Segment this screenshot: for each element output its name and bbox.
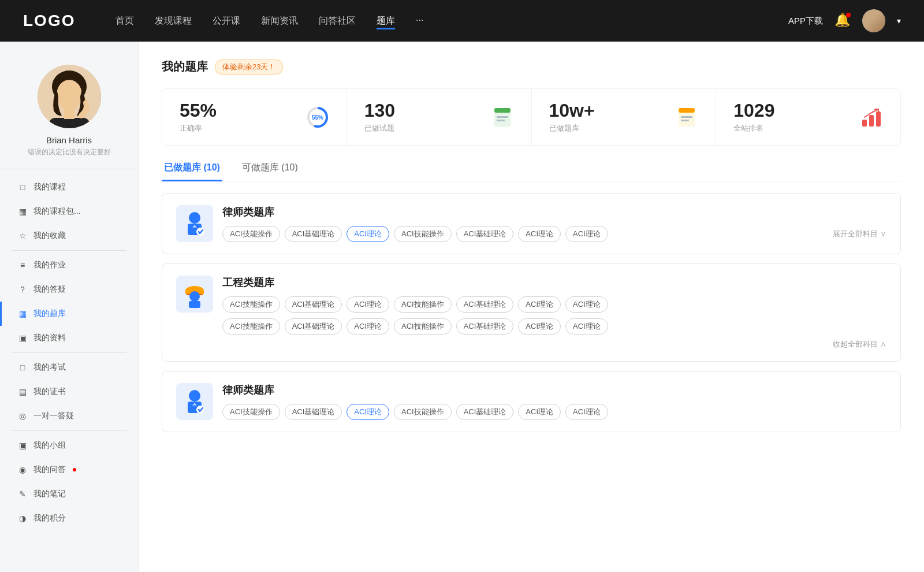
sidebar-item-my-qbank[interactable]: ▦ 我的题库 — [0, 302, 138, 326]
stat-value-done-banks: 10w+ — [549, 101, 666, 121]
tag[interactable]: ACI理论 — [565, 226, 608, 242]
qbank-card-body: 律师类题库 ACI技能操作ACI基础理论ACI理论ACI技能操作ACI基础理论A… — [222, 205, 886, 242]
qbank-title: 律师类题库 — [222, 205, 886, 219]
tag[interactable]: ACI理论 — [346, 404, 389, 420]
sidebar-menu: □ 我的课程 ▦ 我的课程包... ☆ 我的收藏 ≡ 我的作业 ? 我的答疑 ▦… — [0, 175, 138, 530]
tag[interactable]: ACI理论 — [346, 226, 389, 242]
page-header: 我的题库 体验剩余23天！ — [162, 59, 901, 75]
tag[interactable]: ACI技能操作 — [222, 404, 280, 420]
tab-1[interactable]: 可做题库 (10) — [240, 162, 300, 181]
stat-info-accuracy: 55% 正确率 — [180, 101, 297, 133]
done-banks-icon — [675, 106, 698, 129]
notification-bell[interactable]: 🔔 — [834, 13, 851, 29]
tag[interactable]: ACI理论 — [518, 404, 561, 420]
profile-section: Brian Harris 错误的决定比没有决定要好 — [0, 59, 138, 169]
chevron-down-icon[interactable]: ▾ — [897, 16, 901, 25]
accuracy-icon: 55% — [306, 106, 329, 129]
qbank-title: 律师类题库 — [222, 383, 886, 397]
tag[interactable]: ACI技能操作 — [394, 318, 452, 335]
profile-avatar[interactable] — [38, 65, 101, 128]
sidebar-item-my-questions[interactable]: ◉ 我的问答 — [0, 458, 138, 482]
avatar[interactable] — [862, 9, 885, 32]
sidebar-item-my-exam[interactable]: □ 我的考试 — [0, 355, 138, 380]
nav-item-新闻资讯[interactable]: 新闻资讯 — [261, 13, 298, 29]
tag[interactable]: ACI理论 — [565, 296, 608, 313]
nav-item-首页[interactable]: 首页 — [116, 13, 134, 29]
tag[interactable]: ACI技能操作 — [222, 226, 280, 242]
tags-row-2: ACI技能操作ACI基础理论ACI理论ACI技能操作ACI基础理论ACI理论AC… — [222, 318, 886, 335]
sidebar-icon-my-points: ◑ — [17, 513, 28, 523]
tag[interactable]: ACI基础理论 — [285, 318, 342, 335]
stat-info-done-questions: 130 已做试题 — [364, 101, 482, 133]
qbank-title: 工程类题库 — [222, 276, 886, 289]
tag[interactable]: ACI理论 — [518, 296, 561, 313]
sidebar-item-my-homework[interactable]: ≡ 我的作业 — [0, 253, 138, 277]
sidebar-item-my-notes[interactable]: ✎ 我的笔记 — [0, 482, 138, 506]
svg-rect-15 — [681, 120, 689, 121]
sidebar-item-one-on-one[interactable]: ◎ 一对一答疑 — [0, 404, 138, 428]
expand-link[interactable]: 展开全部科目 ∨ — [833, 226, 886, 242]
qbank-card-lawyer-1: 律师类题库 ACI技能操作ACI基础理论ACI理论ACI技能操作ACI基础理论A… — [162, 193, 901, 254]
tag[interactable]: ACI基础理论 — [456, 226, 514, 242]
tag[interactable]: ACI技能操作 — [394, 404, 452, 420]
tag[interactable]: ACI基础理论 — [285, 226, 342, 242]
collapse-link[interactable]: 收起全部科目 ∧ — [222, 339, 886, 350]
svg-rect-4 — [64, 109, 74, 119]
tag[interactable]: ACI技能操作 — [394, 296, 452, 313]
tag[interactable]: ACI技能操作 — [394, 226, 452, 242]
sidebar-icon-my-exam: □ — [17, 362, 28, 373]
sidebar-item-my-group[interactable]: ▣ 我的小组 — [0, 433, 138, 458]
sidebar-item-my-data[interactable]: ▣ 我的资料 — [0, 326, 138, 350]
tag[interactable]: ACI理论 — [346, 318, 389, 335]
nav-item-题库[interactable]: 题库 — [377, 13, 395, 29]
nav-item-发现课程[interactable]: 发现课程 — [155, 13, 192, 29]
sidebar-item-my-cert[interactable]: ▤ 我的证书 — [0, 380, 138, 404]
stat-value-accuracy: 55% — [180, 101, 297, 121]
sidebar-icon-my-cert: ▤ — [17, 387, 28, 397]
tag[interactable]: ACI技能操作 — [222, 318, 280, 335]
sidebar-item-my-collect[interactable]: ☆ 我的收藏 — [0, 224, 138, 248]
lawyer-icon — [181, 388, 208, 415]
tag[interactable]: ACI理论 — [565, 404, 608, 420]
tag[interactable]: ACI理论 — [518, 318, 561, 335]
sidebar-icon-my-collect: ☆ — [17, 231, 28, 241]
tag[interactable]: ACI基础理论 — [285, 404, 342, 420]
lawyer-icon — [181, 210, 208, 237]
stat-label-done-questions: 已做试题 — [364, 123, 482, 133]
tag[interactable]: ACI理论 — [565, 318, 608, 335]
sidebar-label-my-qbank: 我的题库 — [33, 309, 66, 319]
qbank-icon-wrap — [176, 383, 213, 420]
sidebar-divider — [12, 430, 126, 431]
sidebar-label-my-points: 我的积分 — [33, 513, 66, 523]
nav-item-公开课[interactable]: 公开课 — [213, 13, 240, 29]
tag[interactable]: ACI基础理论 — [285, 296, 342, 313]
app-download-link[interactable]: APP下载 — [788, 16, 823, 27]
sidebar-label-my-group: 我的小组 — [33, 440, 66, 451]
tab-0[interactable]: 已做题库 (10) — [162, 162, 222, 181]
sidebar-item-my-course-pack[interactable]: ▦ 我的课程包... — [0, 199, 138, 224]
profile-name: Brian Harris — [46, 135, 92, 145]
tag[interactable]: ACI理论 — [518, 226, 561, 242]
logo[interactable]: LOGO — [23, 12, 81, 30]
sidebar-item-my-qa[interactable]: ? 我的答疑 — [0, 277, 138, 302]
nav-item-问答社区[interactable]: 问答社区 — [319, 13, 356, 29]
stat-card-done-banks: 10w+ 已做题库 — [532, 89, 717, 145]
svg-text:55%: 55% — [312, 114, 323, 121]
tag[interactable]: ACI基础理论 — [456, 296, 514, 313]
nav-item-···[interactable]: ··· — [416, 13, 423, 29]
sidebar-item-my-course[interactable]: □ 我的课程 — [0, 175, 138, 199]
main-container: Brian Harris 错误的决定比没有决定要好 □ 我的课程 ▦ 我的课程包… — [0, 42, 924, 572]
sidebar-label-my-course: 我的课程 — [33, 182, 66, 192]
tag[interactable]: ACI基础理论 — [456, 318, 514, 335]
tag[interactable]: ACI理论 — [346, 296, 389, 313]
sidebar-item-my-points[interactable]: ◑ 我的积分 — [0, 506, 138, 530]
sidebar-label-one-on-one: 一对一答疑 — [33, 411, 74, 421]
tags-row: ACI技能操作ACI基础理论ACI理论ACI技能操作ACI基础理论ACI理论AC… — [222, 226, 886, 242]
svg-rect-27 — [189, 301, 200, 308]
sidebar-icon-my-questions: ◉ — [17, 465, 28, 475]
tag[interactable]: ACI基础理论 — [456, 404, 514, 420]
sidebar-label-my-homework: 我的作业 — [33, 260, 66, 270]
qbank-card-body: 律师类题库 ACI技能操作ACI基础理论ACI理论ACI技能操作ACI基础理论A… — [222, 383, 886, 420]
stat-card-done-questions: 130 已做试题 — [347, 89, 532, 145]
tag[interactable]: ACI技能操作 — [222, 296, 280, 313]
